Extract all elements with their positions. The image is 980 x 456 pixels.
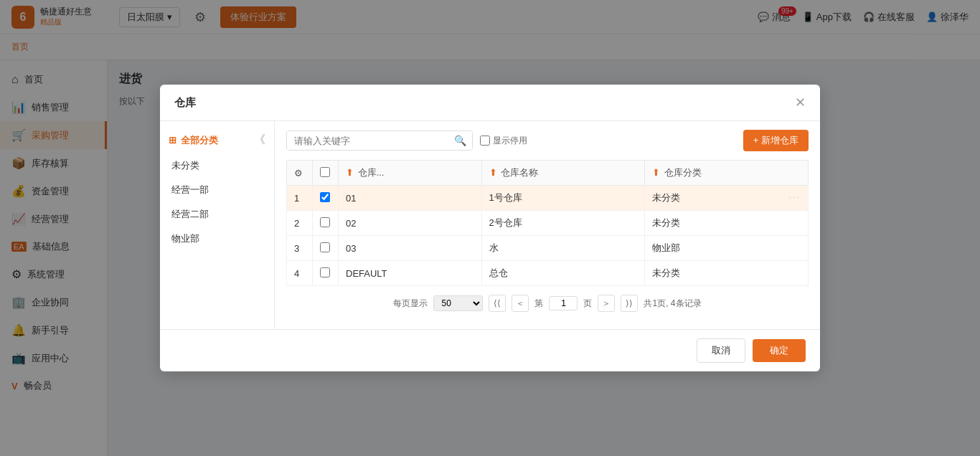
row-no: 3: [287, 236, 313, 261]
row-name: 水: [481, 236, 645, 261]
col-checkbox: [313, 161, 339, 186]
table-panel: 🔍 显示停用 + 新增仓库 ⚙: [275, 121, 820, 329]
col-code-label: 仓库...: [358, 167, 385, 178]
row-category: 未分类 ···: [645, 186, 809, 211]
next-page-btn[interactable]: ＞: [598, 295, 615, 312]
modal-overlay: 仓库 ✕ ⊞ 全部分类 《 未分类 经营一部: [0, 0, 980, 456]
page-size-select[interactable]: 50 100 200: [433, 295, 483, 311]
row-no: 1: [287, 186, 313, 211]
table-toolbar: 🔍 显示停用 + 新增仓库: [286, 130, 809, 151]
sort-icon-code: ⬆: [346, 167, 354, 178]
search-button[interactable]: 🔍: [448, 131, 472, 150]
row-checkbox[interactable]: [320, 217, 330, 227]
row-checkbox-cell: [313, 261, 339, 286]
select-all-checkbox[interactable]: [320, 167, 330, 177]
table-row[interactable]: 3 03 水 物业部: [287, 236, 809, 261]
cat-all-label: 全部分类: [181, 134, 218, 147]
cat-all-btn[interactable]: ⊞ 全部分类: [169, 134, 218, 147]
search-box: 🔍: [286, 130, 473, 151]
row-no: 4: [287, 261, 313, 286]
cancel-button[interactable]: 取消: [697, 338, 745, 363]
grid-icon: ⊞: [169, 135, 176, 146]
cat-unclassified-label: 未分类: [171, 160, 199, 171]
col-name-label: 仓库名称: [501, 167, 538, 178]
col-name-header: ⬆ 仓库名称: [481, 161, 645, 186]
row-no: 2: [287, 211, 313, 236]
search-input[interactable]: [287, 132, 448, 150]
first-page-btn[interactable]: ⟨⟨: [489, 295, 506, 312]
row-code: 03: [339, 236, 482, 261]
table-row[interactable]: 1 01 1号仓库 未分类 ···: [287, 186, 809, 211]
total-label: 共1页, 4条记录: [644, 298, 701, 310]
row-code: 02: [339, 211, 482, 236]
dialog-title: 仓库: [174, 96, 196, 110]
row-checkbox-cell: [313, 186, 339, 211]
row-checkbox[interactable]: [320, 267, 330, 277]
cat-dept2-label: 经营二部: [171, 209, 209, 219]
cat-item-dept1[interactable]: 经营一部: [160, 178, 274, 202]
col-category-label: 仓库分类: [664, 167, 702, 178]
page-unit: 页: [583, 298, 592, 310]
sort-icon-name: ⬆: [489, 167, 497, 178]
settings-icon[interactable]: ⚙: [294, 168, 303, 179]
prev-page-btn[interactable]: ＜: [512, 295, 529, 312]
table-row[interactable]: 2 02 2号仓库 未分类: [287, 211, 809, 236]
row-name: 1号仓库: [481, 186, 645, 211]
per-page-label: 每页显示: [393, 298, 428, 310]
dialog-header: 仓库 ✕: [160, 85, 820, 121]
col-code-header: ⬆ 仓库...: [339, 161, 482, 186]
collapse-icon[interactable]: 《: [254, 133, 265, 148]
sort-icon-category: ⬆: [652, 167, 660, 178]
show-disabled-checkbox[interactable]: [480, 136, 490, 146]
row-code: DEFAULT: [339, 261, 482, 286]
dialog-footer: 取消 确定: [160, 329, 820, 371]
dialog-body: ⊞ 全部分类 《 未分类 经营一部 经营二部 物业部: [160, 121, 820, 329]
cat-item-property[interactable]: 物业部: [160, 227, 274, 251]
cat-item-dept2[interactable]: 经营二部: [160, 202, 274, 227]
table-row[interactable]: 4 DEFAULT 总仓 未分类: [287, 261, 809, 286]
add-warehouse-button[interactable]: + 新增仓库: [743, 130, 809, 151]
col-category-header: ⬆ 仓库分类: [645, 161, 809, 186]
category-panel: ⊞ 全部分类 《 未分类 经营一部 经营二部 物业部: [160, 121, 275, 329]
row-name: 2号仓库: [481, 211, 645, 236]
row-name: 总仓: [481, 261, 645, 286]
row-checkbox[interactable]: [320, 192, 330, 202]
row-checkbox[interactable]: [320, 242, 330, 252]
warehouse-table: ⚙ ⬆ 仓库... ⬆ 仓库名称: [286, 160, 809, 286]
show-disabled-label[interactable]: 显示停用: [480, 135, 527, 147]
row-category: 物业部: [645, 236, 809, 261]
show-disabled-text: 显示停用: [493, 135, 527, 147]
row-category: 未分类: [645, 211, 809, 236]
page-number-input[interactable]: [549, 296, 578, 310]
row-checkbox-cell: [313, 211, 339, 236]
category-header: ⊞ 全部分类 《: [160, 127, 274, 153]
page-label: 第: [534, 298, 543, 310]
cat-dept1-label: 经营一部: [171, 184, 209, 195]
cat-property-label: 物业部: [171, 233, 199, 244]
table-footer: 每页显示 50 100 200 ⟨⟨ ＜ 第 页 ＞ ⟩⟩ 共1页, 4条记录: [286, 286, 809, 320]
cat-item-unclassified[interactable]: 未分类: [160, 153, 274, 178]
last-page-btn[interactable]: ⟩⟩: [621, 295, 638, 312]
row-more-icon[interactable]: ···: [788, 191, 801, 202]
col-settings: ⚙: [287, 161, 313, 186]
row-checkbox-cell: [313, 236, 339, 261]
confirm-button[interactable]: 确定: [753, 339, 806, 362]
row-category: 未分类: [645, 261, 809, 286]
dialog-close-button[interactable]: ✕: [795, 95, 806, 110]
row-code: 01: [339, 186, 482, 211]
warehouse-dialog: 仓库 ✕ ⊞ 全部分类 《 未分类 经营一部: [160, 85, 820, 371]
